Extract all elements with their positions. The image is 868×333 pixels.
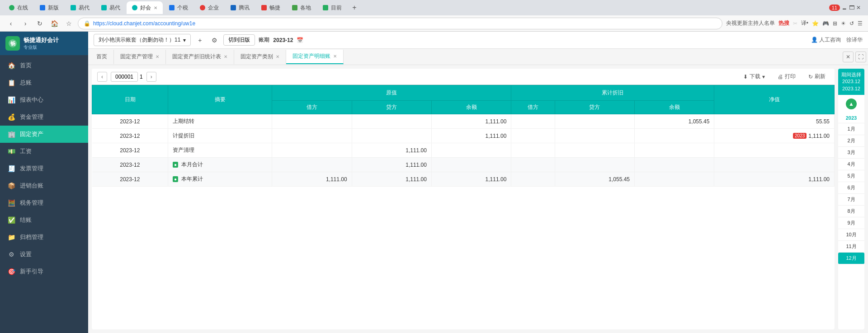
period-header-date2: 2023.12 — [840, 85, 863, 92]
period-item-11[interactable]: 11月 — [838, 241, 864, 253]
period-item-8[interactable]: 8月 — [838, 206, 864, 217]
back-button[interactable]: ‹ — [5, 18, 16, 29]
print-button[interactable]: 🖨 打印 — [774, 71, 799, 82]
tab-maximize-window-button[interactable]: ⛶ — [855, 52, 866, 62]
purchase-icon: 📦 — [7, 182, 15, 189]
sidebar-item-archive[interactable]: 📁归档管理 — [0, 229, 88, 246]
tab-yidai2[interactable]: 易代 — [96, 1, 126, 14]
col-accum-credit: 贷方 — [555, 101, 634, 114]
scroll-up-button[interactable]: ▲ — [846, 98, 857, 109]
col-accum-balance: 余额 — [635, 101, 714, 114]
sidebar-item-settings[interactable]: ⚙设置 — [0, 246, 88, 263]
tab-asset-detail[interactable]: 固定资产明细账 ✕ — [286, 50, 344, 64]
sidebar-item-tax[interactable]: 🧮税务管理 — [0, 194, 88, 211]
period-item-5[interactable]: 5月 — [838, 170, 864, 182]
tab-changjie[interactable]: 畅捷 — [256, 1, 286, 14]
consult-button[interactable]: 👤 人工咨询 — [811, 36, 841, 44]
tab-qiye[interactable]: 企业 — [194, 1, 224, 14]
month-total-tag: ● — [173, 162, 178, 168]
tab-tengxun[interactable]: 腾讯 — [225, 1, 255, 14]
tab-yidai1[interactable]: 易代 — [65, 1, 95, 14]
home-button[interactable]: 🏠 — [49, 18, 60, 29]
tab-muqian[interactable]: 目前 — [317, 1, 347, 14]
tab-close-depreciation-stats[interactable]: ✕ — [224, 54, 227, 59]
tab-close-asset-detail[interactable]: ✕ — [333, 54, 337, 59]
period-item-1[interactable]: 1月 — [838, 123, 864, 135]
add-account-button[interactable]: + — [194, 35, 205, 46]
maximize-button[interactable]: 🗖 — [849, 5, 854, 11]
account-settings-button[interactable]: ⚙ — [209, 35, 220, 46]
sidebar-item-salary[interactable]: 💵工资 — [0, 143, 88, 160]
tab-zaixin[interactable]: 在线 — [4, 1, 33, 14]
minimize-button[interactable]: 🗕 — [842, 5, 847, 11]
sidebar-item-purchase[interactable]: 📦进销台账 — [0, 177, 88, 194]
address-bar-input[interactable]: 🔒 https://cloud.chanjet.com/accounting/u… — [78, 18, 722, 29]
period-item-12[interactable]: 12月 — [838, 253, 864, 264]
salary-icon: 💵 — [7, 148, 15, 155]
tab-geshui[interactable]: 个税 — [164, 1, 193, 14]
tab-xinban[interactable]: 新版 — [34, 1, 64, 14]
sidebar-item-home[interactable]: 🏠首页 — [0, 57, 88, 74]
next-page-button[interactable]: › — [146, 72, 156, 82]
col-accumulated-depreciation: 累计折旧 — [511, 85, 714, 101]
account-selector[interactable]: 刘小艳演示账套（勿删勿动！）11 ▾ — [94, 34, 191, 46]
tab-home[interactable]: 首页 — [90, 50, 114, 64]
table-container: 日期 摘要 原值 累计折旧 净值 借方 贷方 余额 借方 — [92, 85, 835, 329]
calendar-icon[interactable]: 📅 — [297, 37, 303, 43]
refresh-browser-button[interactable]: ↻ — [34, 18, 45, 29]
col-date: 日期 — [92, 85, 168, 114]
col-orig-balance: 余额 — [431, 101, 511, 114]
period-item-6[interactable]: 6月 — [838, 182, 864, 194]
period-item-3[interactable]: 3月 — [838, 147, 864, 159]
sidebar-item-ledger[interactable]: 📋总账 — [0, 74, 88, 91]
tab-depreciation-stats[interactable]: 固定资产折旧统计表 ✕ — [166, 50, 234, 64]
col-summary: 摘要 — [168, 85, 272, 114]
col-original-value: 原值 — [272, 85, 511, 101]
sidebar-item-reports[interactable]: 📊报表中心 — [0, 91, 88, 108]
col-net-value: 净值 — [714, 85, 835, 114]
settings-icon: ⚙ — [7, 251, 15, 258]
bookmark-button[interactable]: ☆ — [63, 18, 74, 29]
nav-bar: ‹ 1 › ⬇ 下载 ▾ 🖨 — [92, 69, 835, 85]
period-item-7[interactable]: 7月 — [838, 194, 864, 206]
page-number-input[interactable] — [111, 72, 138, 82]
sidebar-item-fixed-assets[interactable]: 🏢固定资产 — [0, 126, 88, 143]
col-orig-debit: 借方 — [272, 101, 352, 114]
tab-gedi[interactable]: 各地 — [287, 1, 316, 14]
tab-close-haohui[interactable]: ✕ — [154, 5, 157, 10]
tab-close-asset-category[interactable]: ✕ — [276, 54, 279, 59]
sidebar-item-funds[interactable]: 💰资金管理 — [0, 108, 88, 126]
table-row: 2023-12 上期结转 1,111.00 1,055.45 55.55 — [92, 114, 835, 129]
tab-close-fixed-asset-management[interactable]: ✕ — [156, 54, 159, 59]
asset-detail-table: 日期 摘要 原值 累计折旧 净值 借方 贷方 余额 借方 — [92, 85, 835, 187]
period-item-4[interactable]: 4月 — [838, 159, 864, 170]
reports-icon: 📊 — [7, 96, 15, 103]
period-year-label: 2023 — [838, 113, 864, 123]
tab-asset-category[interactable]: 固定资产类别 ✕ — [234, 50, 286, 64]
refresh-button[interactable]: ↻ 刷新 — [805, 71, 829, 82]
forward-button[interactable]: › — [20, 18, 31, 29]
sidebar-item-guide[interactable]: 🎯新手引导 — [0, 263, 88, 280]
logo-text: 畅捷通好会计 — [24, 36, 59, 44]
prev-page-button[interactable]: ‹ — [97, 72, 107, 82]
refresh-icon: ↻ — [808, 74, 813, 80]
period-item-10[interactable]: 10月 — [838, 229, 864, 241]
period-item-9[interactable]: 9月 — [838, 217, 864, 229]
close-window-button[interactable]: ✕ — [856, 5, 861, 11]
fixed-assets-icon: 🏢 — [7, 131, 15, 138]
tab-haohui[interactable]: 好会 ✕ — [127, 1, 163, 14]
download-button[interactable]: ⬇ 下载 ▾ — [740, 71, 769, 82]
sidebar-item-close[interactable]: ✅结账 — [0, 211, 88, 229]
account-name: 刘小艳演示账套（勿删勿动！）11 — [99, 36, 180, 44]
period-item-2[interactable]: 2月 — [838, 135, 864, 147]
home-icon: 🏠 — [7, 62, 15, 69]
download-icon: ⬇ — [743, 74, 748, 80]
sidebar-item-invoice[interactable]: 🧾发票管理 — [0, 160, 88, 177]
new-tab-button[interactable]: + — [348, 1, 361, 14]
tab-fixed-asset-management[interactable]: 固定资产管理 ✕ — [114, 50, 166, 64]
nav-actions: ⬇ 下载 ▾ 🖨 打印 ↻ 刷新 — [740, 71, 829, 82]
year-total-tag: ● — [173, 176, 178, 182]
tab-close-window-button[interactable]: ✕ — [843, 52, 854, 62]
ledger-icon: 📋 — [7, 79, 15, 86]
switch-version-button[interactable]: 切到旧版 — [223, 34, 255, 46]
